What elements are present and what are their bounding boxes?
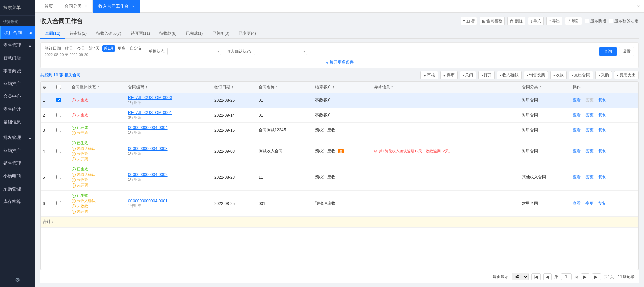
maximize-icon[interactable]: □ (631, 3, 634, 9)
sidebar-item-sales-mgmt[interactable]: 销售管理 (0, 157, 35, 170)
refresh-button[interactable]: ↺ 刷新 (565, 17, 582, 25)
tab-close-icon[interactable]: × (85, 4, 87, 8)
new-button[interactable]: + 新增 (461, 17, 477, 25)
sidebar-item-member-center[interactable]: 会员中心 (0, 90, 35, 103)
view-op[interactable]: 查看 (573, 113, 581, 117)
sidebar-item-purchase-mgmt[interactable]: 采购管理 (0, 182, 35, 195)
date-opt-7days[interactable]: 近7天 (88, 45, 101, 52)
row-check[interactable] (54, 191, 70, 217)
col-settings[interactable]: ⚙ (41, 82, 54, 93)
copy-op[interactable]: 复制 (598, 113, 606, 117)
expense-contract-btn[interactable]: ▪ 支出合同 (569, 71, 593, 79)
show-stage-checkbox[interactable]: 显示阶段 (585, 18, 606, 24)
sub-tab-pending-payment[interactable]: 待收款(8) (155, 29, 181, 39)
prev-page-btn[interactable]: ◀ (543, 273, 552, 280)
payment-btn[interactable]: ▪ 收款 (550, 71, 567, 79)
col-customer[interactable]: 结算客户 ↕ (313, 82, 372, 93)
close-icon[interactable]: × (637, 3, 640, 9)
sidebar-item-xiaochangec[interactable]: 小畅电商 (0, 170, 35, 182)
import-button[interactable]: ↓ 导入 (528, 17, 544, 25)
col-sign-date[interactable]: 签订日期 ↕ (212, 82, 257, 93)
expand-filter-btn[interactable]: ∨ 展开更多条件 (326, 59, 354, 65)
row-check[interactable] (54, 108, 70, 123)
contract-link[interactable]: RETAIL_CUSTOM-0001 (128, 110, 172, 115)
next-page-btn[interactable]: ▶ (581, 273, 589, 280)
row-check[interactable] (54, 164, 70, 191)
date-opt-today[interactable]: 今天 (76, 45, 86, 52)
col-contract-status[interactable]: 合同整体状态 ↕ (70, 82, 126, 93)
export-button[interactable]: ↑ 导出 (546, 17, 562, 25)
change-op[interactable]: 变更 (585, 128, 594, 132)
date-opt-custom[interactable]: 自定义 (128, 45, 143, 52)
receive-confirm-select[interactable] (254, 48, 307, 55)
change-op[interactable]: 变更 (585, 201, 594, 206)
audit-btn[interactable]: ● 审核 (420, 71, 438, 79)
query-button[interactable]: 查询 (599, 47, 617, 56)
set-button[interactable]: 设置 (619, 47, 634, 56)
view-op[interactable]: 查看 (573, 98, 581, 102)
sub-tab-pending-invoice[interactable]: 待开票(11) (126, 29, 155, 39)
sales-invoice-btn[interactable]: ▪ 销售发票 (524, 71, 548, 79)
sidebar-item-retail-mgmt[interactable]: 零售管理 ▲ (0, 39, 35, 52)
col-category[interactable]: 合同分类 ↕ (520, 82, 571, 93)
col-anomaly[interactable]: 异常信息 ↕ (372, 82, 520, 93)
copy-op[interactable]: 复制 (598, 149, 606, 153)
sub-tab-pending-audit[interactable]: 待审核(2) (65, 29, 91, 39)
view-op[interactable]: 查看 (573, 201, 581, 206)
sub-tab-changed[interactable]: 已变更(4) (234, 29, 261, 39)
contract-link[interactable]: 0000000000004-0004 (128, 125, 167, 130)
tab-home[interactable]: 首页 (39, 0, 59, 13)
row-check[interactable] (54, 93, 70, 108)
sidebar-item-marketing2[interactable]: 营销推广 (0, 144, 35, 157)
page-input[interactable] (561, 273, 572, 280)
col-contract-name[interactable]: 合同名称 ↕ (257, 82, 313, 93)
sub-tab-all[interactable]: 全部(11) (40, 29, 65, 39)
row-check[interactable] (54, 138, 70, 164)
sub-tab-pending-confirm[interactable]: 待收入确认(7) (91, 29, 126, 39)
reject-audit-btn[interactable]: ● 弃审 (440, 71, 458, 79)
sidebar-item-marketing[interactable]: 营销推广 (0, 77, 35, 90)
show-detail-checkbox[interactable]: 显示标的明细 (609, 18, 639, 24)
copy-op[interactable]: 复制 (598, 128, 606, 132)
view-op[interactable]: 查看 (573, 128, 581, 132)
sidebar-item-retail-mall[interactable]: 零售商城 (0, 65, 35, 77)
open-btn[interactable]: ▪ 打开 (478, 71, 495, 79)
sidebar-item-inventory[interactable]: 库存核算 (0, 195, 35, 208)
purchase-btn[interactable]: ▪ 采购 (595, 71, 612, 79)
sub-tab-closed[interactable]: 已关闭(0) (207, 29, 234, 39)
contract-link[interactable]: 0000000000004-0001 (128, 199, 167, 203)
copy-op[interactable]: 复制 (598, 98, 606, 102)
sidebar-item-base-info[interactable]: 基础信息 (0, 116, 35, 128)
sidebar-item-wholesale-mgmt[interactable]: 批发管理 ▲ (0, 131, 35, 144)
sub-tab-completed[interactable]: 已完成(1) (181, 29, 208, 39)
copy-op[interactable]: 复制 (598, 201, 606, 206)
sidebar-item-retail-stats[interactable]: 零售统计 (0, 103, 35, 116)
income-confirm-btn[interactable]: ▪ 收入确认 (497, 71, 521, 79)
delete-button[interactable]: 🗑 删除 (507, 17, 525, 25)
row-check[interactable] (54, 123, 70, 138)
view-op[interactable]: 查看 (573, 149, 581, 153)
contract-link[interactable]: 0000000000004-0002 (128, 172, 167, 177)
sidebar-settings[interactable]: ⚙ (0, 273, 35, 287)
sidebar-item-smart-store[interactable]: 智慧门店 (0, 52, 35, 65)
contract-link[interactable]: 0000000000004-0003 (128, 146, 167, 151)
expense-btn[interactable]: ▪ 费用支出 (614, 71, 639, 79)
close-btn[interactable]: ▪ 关闭 (460, 71, 476, 79)
date-opt-more[interactable]: 更多 (116, 45, 127, 52)
tab-close-icon[interactable]: × (132, 4, 134, 8)
tab-income-contract[interactable]: 收入合同工作台 × (93, 0, 140, 13)
doc-status-select[interactable] (167, 48, 221, 55)
minimize-icon[interactable]: － (623, 3, 628, 10)
contract-link[interactable]: RETAIL_CUSTOM-0003 (128, 95, 172, 100)
change-op[interactable]: 变更 (585, 175, 594, 179)
date-opt-yesterday[interactable]: 昨天 (64, 45, 74, 52)
page-size-select[interactable]: 50 10 20 100 (512, 273, 529, 280)
copy-op[interactable]: 复制 (598, 175, 606, 179)
tab-contract-category[interactable]: 合同分类 × (59, 0, 93, 13)
col-contract-code[interactable]: 合同编码 ↕ (126, 82, 212, 93)
kanban-button[interactable]: ⊞ 合同看板 (480, 17, 505, 25)
last-page-btn[interactable]: ▶| (592, 273, 601, 280)
view-op[interactable]: 查看 (573, 175, 581, 179)
sidebar-item-project-contract[interactable]: 项目合同 ◀ (0, 26, 35, 39)
change-op[interactable]: 变更 (585, 113, 594, 117)
